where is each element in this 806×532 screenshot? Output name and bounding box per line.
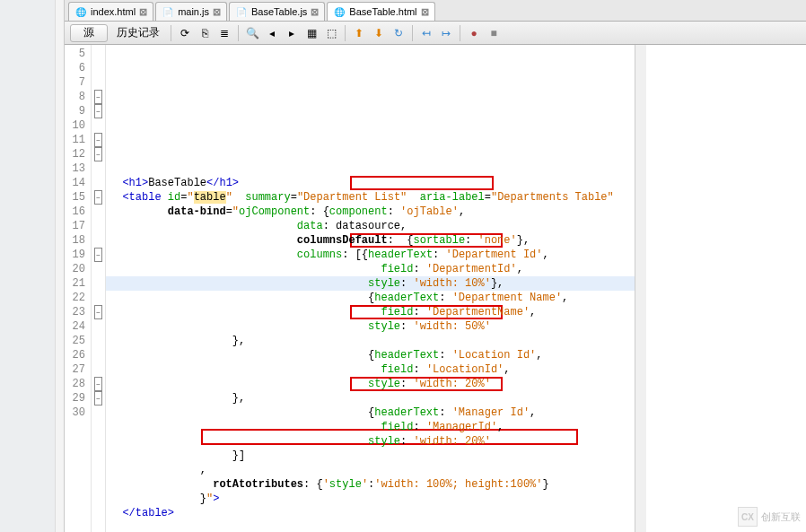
- editor-tabs: 🌐 index.html ⊠ 📄 main.js ⊠ 📄 BaseTable.j…: [65, 0, 806, 22]
- close-icon[interactable]: ⊠: [311, 6, 319, 18]
- code-editor[interactable]: 5678910111213141516171819202122232425262…: [65, 45, 806, 532]
- line-numbers: 5678910111213141516171819202122232425262…: [65, 45, 92, 532]
- arrow-down-icon[interactable]: ⬇: [371, 25, 387, 41]
- close-icon[interactable]: ⊠: [421, 6, 429, 18]
- left-gutter: [0, 0, 65, 532]
- tab-basetable-js[interactable]: 📄 BaseTable.js ⊠: [229, 2, 325, 21]
- js-icon: 📄: [235, 5, 248, 18]
- tab-label: index.html: [91, 6, 136, 17]
- fold-gutter[interactable]: −−−−−−−−−: [92, 45, 106, 532]
- prev-icon[interactable]: ↤: [418, 25, 434, 41]
- find-next-icon[interactable]: ▸: [284, 25, 300, 41]
- right-margin: [635, 45, 646, 532]
- source-view-button[interactable]: 源: [70, 24, 108, 42]
- tab-basetable-html[interactable]: 🌐 BaseTable.html ⊠: [327, 2, 434, 21]
- arrow-up-icon[interactable]: ⬆: [351, 25, 367, 41]
- redo-icon[interactable]: ↻: [390, 25, 407, 41]
- js-icon: 📄: [162, 5, 174, 18]
- close-icon[interactable]: ⊠: [213, 6, 221, 18]
- record-icon[interactable]: ●: [466, 25, 482, 41]
- copy-icon[interactable]: ⎘: [197, 25, 213, 41]
- select-icon[interactable]: ⬚: [323, 25, 339, 41]
- rows-icon[interactable]: ≣: [216, 25, 232, 41]
- bookmark-icon[interactable]: ▦: [303, 25, 320, 41]
- tab-main-js[interactable]: 📄 main.js ⊠: [155, 2, 227, 21]
- history-label[interactable]: 历史记录: [111, 25, 165, 40]
- html-icon: 🌐: [74, 5, 87, 18]
- tab-label: BaseTable.js: [251, 6, 307, 17]
- code-content[interactable]: <h1>BaseTable</h1> <table id="table" sum…: [106, 45, 635, 532]
- tab-label: main.js: [178, 6, 209, 17]
- refresh-icon[interactable]: ⟳: [177, 25, 193, 41]
- tab-label: BaseTable.html: [349, 6, 416, 17]
- next-icon[interactable]: ↦: [438, 25, 454, 41]
- find-prev-icon[interactable]: ◂: [264, 25, 280, 41]
- html-icon: 🌐: [333, 5, 346, 18]
- close-icon[interactable]: ⊠: [139, 6, 147, 18]
- tab-index-html[interactable]: 🌐 index.html ⊠: [68, 2, 153, 21]
- stop-icon[interactable]: ■: [486, 25, 502, 41]
- zoom-in-icon[interactable]: 🔍: [244, 25, 260, 41]
- logo-icon: CX: [738, 507, 758, 527]
- watermark: CX 创新互联: [738, 507, 801, 527]
- editor-toolbar: 源 历史记录 ⟳ ⎘ ≣ 🔍 ◂ ▸ ▦ ⬚ ⬆ ⬇ ↻ ↤ ↦ ● ■: [65, 22, 806, 45]
